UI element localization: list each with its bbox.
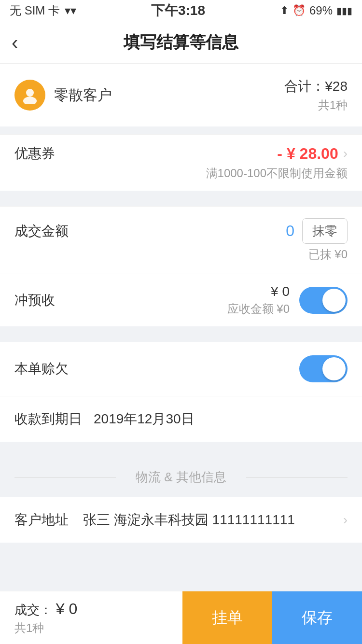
debt-label: 本单赊欠 (14, 360, 69, 378)
divider-1 (0, 198, 362, 206)
bottom-info: 成交： ¥ 0 共1种 (0, 600, 182, 636)
prereceive-top: 冲预收 ¥ 0 应收金额 ¥0 (14, 284, 348, 317)
customer-name: 零散客户 (54, 85, 112, 105)
toggle-thumb (322, 289, 346, 312)
due-date-label: 收款到期日 (14, 410, 82, 428)
customer-total-wrap: 合计：¥28 共1种 (284, 77, 348, 113)
prereceive-sub-text: 应收金额 ¥0 (227, 301, 290, 317)
prereceive-row: 冲预收 ¥ 0 应收金额 ¥0 (0, 274, 362, 326)
save-button[interactable]: 保存 (272, 591, 362, 644)
pending-button[interactable]: 挂单 (182, 591, 272, 644)
prereceive-amount: ¥ 0 (227, 284, 290, 299)
due-date-row[interactable]: 收款到期日 2019年12月30日 (0, 396, 362, 442)
transaction-top: 成交金额 0 抹零 (14, 218, 348, 244)
customer-count: 共1种 (284, 98, 348, 113)
coupon-discount: - ¥ 28.00 (277, 145, 338, 163)
transaction-right: 0 抹零 (286, 218, 348, 244)
coupon-sub-text: 满1000-100不限制使用金额 (14, 166, 348, 181)
due-date-value: 2019年12月30日 (94, 410, 195, 428)
debt-row: 本单赊欠 (0, 342, 362, 396)
divider-2 (0, 334, 362, 342)
carrier-label: 无 SIM 卡 (10, 3, 60, 18)
transaction-sub-text: 已抹 ¥0 (14, 247, 348, 262)
status-left: 无 SIM 卡 ▾▾ (10, 3, 76, 18)
nav-bar: ‹ 填写结算等信息 (0, 21, 362, 64)
bottom-trade-value: ¥ 0 (56, 600, 77, 617)
transaction-value[interactable]: 0 (286, 222, 294, 240)
coupon-section[interactable]: 优惠券 - ¥ 28.00 › 满1000-100不限制使用金额 (0, 134, 362, 191)
status-bar: 无 SIM 卡 ▾▾ 下午3:18 ⬆ ⏰ 69% ▮▮▮ (0, 0, 362, 21)
logistics-label: 物流 & 其他信息 (136, 470, 226, 484)
bottom-count: 共1种 (14, 620, 168, 636)
gps-icon: ⬆ (280, 4, 289, 17)
chevron-right-icon: › (343, 146, 348, 161)
transaction-label: 成交金额 (14, 222, 69, 240)
address-chevron-icon: › (343, 512, 348, 528)
prereceive-toggle[interactable] (299, 287, 348, 314)
customer-total: 合计：¥28 (284, 77, 348, 96)
avatar (14, 80, 45, 111)
bottom-trade-line: 成交： ¥ 0 (14, 600, 168, 618)
svg-point-1 (23, 97, 37, 104)
wifi-icon: ▾▾ (65, 4, 76, 17)
address-section: 客户地址 张三 海淀永丰科技园 11111111111 › (0, 497, 362, 543)
page-title: 填写结算等信息 (124, 31, 238, 54)
due-date-content: 收款到期日 2019年12月30日 (14, 410, 348, 428)
customer-row: 零散客户 合计：¥28 共1种 (0, 64, 362, 126)
bottom-trade-label: 成交： (14, 602, 52, 617)
status-right: ⬆ ⏰ 69% ▮▮▮ (280, 4, 352, 17)
coupon-right: - ¥ 28.00 › (277, 145, 348, 163)
divider-3 (0, 449, 362, 457)
coupon-top: 优惠券 - ¥ 28.00 › (14, 144, 348, 163)
prereceive-label: 冲预收 (14, 291, 55, 309)
battery-label: 69% (309, 4, 333, 17)
round-zero-button[interactable]: 抹零 (302, 218, 348, 244)
address-row[interactable]: 客户地址 张三 海淀永丰科技园 11111111111 › (0, 497, 362, 543)
customer-info: 零散客户 (14, 80, 112, 111)
status-time: 下午3:18 (151, 1, 205, 20)
bottom-bar: 成交： ¥ 0 共1种 挂单 保存 (0, 591, 362, 644)
svg-point-0 (26, 89, 34, 97)
address-label: 客户地址 (14, 511, 69, 529)
back-button[interactable]: ‹ (12, 33, 18, 52)
prereceive-right: ¥ 0 应收金额 ¥0 (227, 284, 348, 317)
logistics-header: 物流 & 其他信息 (0, 457, 362, 497)
transaction-section: 成交金额 0 抹零 已抹 ¥0 冲预收 ¥ 0 应收金额 ¥0 (0, 206, 362, 326)
coupon-row[interactable]: 优惠券 - ¥ 28.00 › 满1000-100不限制使用金额 (0, 134, 362, 191)
coupon-label: 优惠券 (14, 144, 55, 163)
debt-section: 本单赊欠 收款到期日 2019年12月30日 (0, 342, 362, 442)
customer-section: 零散客户 合计：¥28 共1种 (0, 64, 362, 126)
prereceive-values: ¥ 0 应收金额 ¥0 (227, 284, 290, 317)
debt-toggle[interactable] (299, 355, 348, 382)
battery-icon: ▮▮▮ (336, 5, 352, 16)
debt-toggle-thumb (322, 357, 346, 380)
transaction-row: 成交金额 0 抹零 已抹 ¥0 (0, 206, 362, 274)
address-value: 张三 海淀永丰科技园 11111111111 (83, 511, 343, 529)
alarm-icon: ⏰ (292, 4, 306, 17)
